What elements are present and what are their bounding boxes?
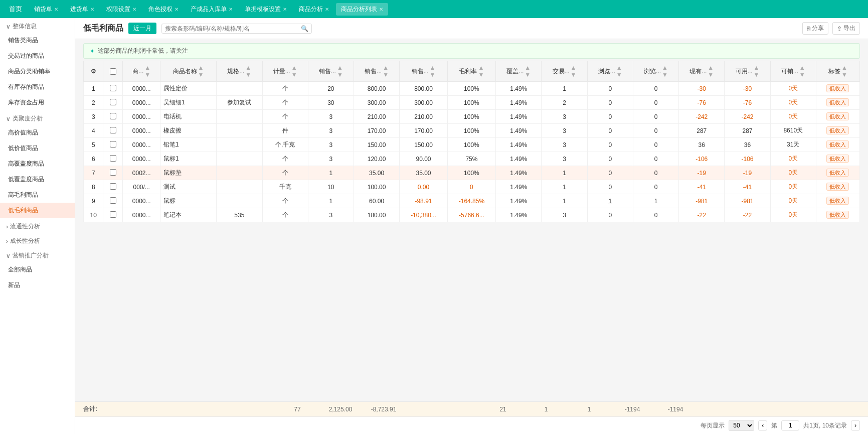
sidebar-item-high-gross[interactable]: 高毛利商品	[0, 187, 75, 203]
cell-views1[interactable]: 0	[587, 124, 633, 138]
cell-views1[interactable]: 0	[587, 180, 633, 194]
sidebar-item-low-coverage[interactable]: 低覆盖度商品	[0, 172, 75, 187]
page-label: 第	[771, 421, 777, 430]
cell-views1[interactable]: 0	[587, 152, 633, 166]
cell-views1[interactable]: 0	[587, 96, 633, 110]
th-gross-rate[interactable]: 毛利率 ▲▼	[447, 61, 495, 82]
row-checkbox[interactable]	[110, 211, 116, 218]
sidebar-item-traded-products[interactable]: 交易过的商品	[0, 48, 75, 64]
sidebar-item-new-products[interactable]: 新品	[0, 277, 75, 293]
cell-views1[interactable]: 1	[587, 194, 633, 208]
sidebar-group-marketing[interactable]: ∨ 营销推广分析	[0, 247, 75, 262]
cell-checkbox[interactable]	[103, 124, 123, 138]
th-views1[interactable]: 浏览... ▲▼	[587, 61, 633, 82]
close-icon[interactable]: ✕	[175, 7, 179, 12]
prev-page-button[interactable]: ‹	[758, 420, 767, 430]
row-checkbox[interactable]	[110, 85, 116, 91]
sidebar-group-flow[interactable]: › 流通性分析	[0, 218, 75, 233]
cell-checkbox[interactable]	[103, 166, 123, 180]
th-code[interactable]: 商... ▲▼	[123, 61, 160, 82]
per-page-select[interactable]: 50 100 200	[729, 420, 754, 431]
sidebar-group-cluster[interactable]: ∨ 类聚度分析	[0, 110, 75, 125]
close-icon[interactable]: ✕	[132, 7, 136, 12]
cell-checkbox[interactable]	[103, 152, 123, 166]
row-checkbox[interactable]	[110, 113, 116, 119]
close-icon[interactable]: ✕	[229, 7, 233, 12]
sidebar-item-sales-products[interactable]: 销售类商品	[0, 33, 75, 48]
nav-sales[interactable]: 销货单 ✕	[29, 3, 63, 16]
share-button[interactable]: ⎘ 分享	[802, 22, 828, 35]
sidebar-group-growth[interactable]: › 成长性分析	[0, 233, 75, 247]
th-sales-amt[interactable]: 销售... ▲▼	[354, 61, 400, 82]
nav-template[interactable]: 单据模板设置 ✕	[240, 3, 292, 16]
cell-views1[interactable]: 0	[587, 82, 633, 96]
cell-tag: 低收入	[816, 138, 859, 152]
cell-current: 36	[679, 138, 725, 152]
cell-saleable: 0天	[770, 180, 816, 194]
row-checkbox[interactable]	[110, 99, 116, 105]
th-views2[interactable]: 浏览... ▲▼	[633, 61, 678, 82]
select-all-checkbox[interactable]	[110, 68, 116, 75]
next-page-button[interactable]: ›	[851, 420, 860, 430]
sidebar-item-category-sales[interactable]: 商品分类助销率	[0, 64, 75, 79]
th-coverage[interactable]: 覆盖... ▲▼	[496, 61, 542, 82]
row-checkbox[interactable]	[110, 141, 116, 148]
cell-checkbox[interactable]	[103, 82, 123, 96]
sidebar-item-low-gross[interactable]: 低毛利商品	[0, 203, 75, 218]
page-number-input[interactable]	[781, 420, 799, 430]
sidebar-item-inventory-products[interactable]: 有库存的商品	[0, 79, 75, 95]
search-icon[interactable]: 🔍	[301, 25, 308, 32]
th-current[interactable]: 现有... ▲▼	[679, 61, 725, 82]
th-sales-profit[interactable]: 销售... ▲▼	[400, 61, 447, 82]
date-filter-button[interactable]: 近一月	[128, 23, 156, 34]
cell-views1[interactable]: 0	[587, 138, 633, 152]
close-icon[interactable]: ✕	[379, 7, 383, 12]
cell-views1[interactable]: 0	[587, 166, 633, 180]
cell-checkbox[interactable]	[103, 110, 123, 124]
row-checkbox[interactable]	[110, 183, 116, 190]
row-checkbox[interactable]	[110, 127, 116, 133]
cell-saleable: 31天	[770, 138, 816, 152]
search-input[interactable]	[165, 25, 301, 32]
nav-home[interactable]: 首页	[4, 3, 27, 16]
cell-checkbox[interactable]	[103, 180, 123, 194]
table-container[interactable]: ⚙ 商... ▲▼ 商品名称 ▲▼ 规格... ▲▼ 计量... ▲▼ 销售..…	[79, 61, 864, 401]
sidebar-item-low-value[interactable]: 低价值商品	[0, 140, 75, 156]
row-checkbox[interactable]	[110, 169, 116, 176]
row-checkbox[interactable]	[110, 197, 116, 204]
cell-checkbox[interactable]	[103, 138, 123, 152]
th-checkbox[interactable]	[103, 61, 123, 82]
sidebar-item-high-value[interactable]: 高价值商品	[0, 125, 75, 140]
nav-analysis-list[interactable]: 商品分析列表 ✕	[336, 3, 388, 16]
row-checkbox[interactable]	[110, 155, 116, 162]
th-sales-qty[interactable]: 销售... ▲▼	[308, 61, 354, 82]
export-button[interactable]: ⇪ 导出	[832, 22, 860, 35]
nav-roles[interactable]: 角色授权 ✕	[143, 3, 184, 16]
cell-views1[interactable]: 0	[587, 110, 633, 124]
sidebar-item-inventory-capital[interactable]: 库存资金占用	[0, 95, 75, 110]
th-unit[interactable]: 计量... ▲▼	[262, 61, 308, 82]
nav-permissions[interactable]: 权限设置 ✕	[101, 3, 141, 16]
nav-production[interactable]: 产成品入库单 ✕	[186, 3, 238, 16]
nav-purchase[interactable]: 进货单 ✕	[65, 3, 99, 16]
cell-checkbox[interactable]	[103, 208, 123, 222]
nav-analysis[interactable]: 商品分析 ✕	[294, 3, 334, 16]
th-spec[interactable]: 规格... ▲▼	[217, 61, 262, 82]
th-settings[interactable]: ⚙	[84, 61, 103, 82]
chevron-right-icon: ›	[6, 223, 8, 230]
th-available[interactable]: 可用... ▲▼	[725, 61, 770, 82]
sidebar-item-all-products[interactable]: 全部商品	[0, 262, 75, 277]
close-icon[interactable]: ✕	[283, 7, 287, 12]
close-icon[interactable]: ✕	[90, 7, 94, 12]
th-saleable[interactable]: 可销... ▲▼	[770, 61, 816, 82]
cell-views1[interactable]: 0	[587, 208, 633, 222]
close-icon[interactable]: ✕	[325, 7, 329, 12]
cell-checkbox[interactable]	[103, 194, 123, 208]
th-name[interactable]: 商品名称 ▲▼	[160, 61, 216, 82]
sidebar-item-high-coverage[interactable]: 高覆盖度商品	[0, 156, 75, 172]
th-trades[interactable]: 交易... ▲▼	[542, 61, 587, 82]
sidebar-group-overall[interactable]: ∨ 整体信息	[0, 18, 75, 33]
close-icon[interactable]: ✕	[54, 7, 58, 12]
cell-checkbox[interactable]	[103, 96, 123, 110]
th-tag[interactable]: 标签 ▲▼	[816, 61, 859, 82]
